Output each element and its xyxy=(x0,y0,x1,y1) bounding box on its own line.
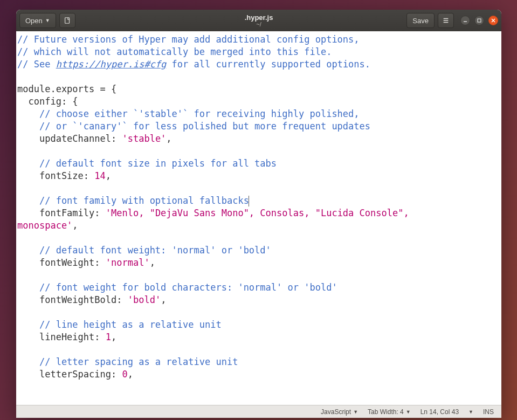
code-line: fontWeight: 'normal', xyxy=(17,257,155,268)
chevron-down-icon: ▼ xyxy=(406,409,411,415)
close-button[interactable] xyxy=(488,16,498,25)
code-line: monospace', xyxy=(17,220,78,231)
tabwidth-selector[interactable]: Tab Width: 4 ▼ xyxy=(368,408,411,416)
code-line: // Future versions of Hyper may add addi… xyxy=(17,34,360,45)
code-line: // font family with optional fallbacks xyxy=(17,195,249,206)
editor-window: Open ▼ .hyper.js ~/ Save // xyxy=(16,10,501,418)
code-line: // See https://hyper.is#cfg for all curr… xyxy=(17,59,370,70)
code-line: // letter spacing as a relative unit xyxy=(17,356,238,367)
window-controls xyxy=(460,16,498,25)
code-line: fontSize: 14, xyxy=(17,170,111,181)
code-line: // choose either `'stable'` for receivin… xyxy=(17,108,360,119)
code-line: module.exports = { xyxy=(17,84,116,94)
code-editor[interactable]: // Future versions of Hyper may add addi… xyxy=(16,31,501,405)
document-icon xyxy=(64,17,71,24)
save-button[interactable]: Save xyxy=(406,13,435,28)
open-button[interactable]: Open ▼ xyxy=(19,13,56,28)
code-line: // line height as a relative unit xyxy=(17,319,222,330)
code-line: config: { xyxy=(17,96,78,107)
svg-rect-5 xyxy=(478,19,481,22)
minimize-icon xyxy=(463,18,468,23)
open-label: Open xyxy=(25,17,43,25)
maximize-button[interactable] xyxy=(474,16,484,25)
code-line: // font weight for bold characters: 'nor… xyxy=(17,282,337,293)
maximize-icon xyxy=(477,18,482,23)
code-line: // default font weight: 'normal' or 'bol… xyxy=(17,245,271,256)
text-cursor xyxy=(249,196,249,206)
titlebar: Open ▼ .hyper.js ~/ Save xyxy=(16,10,501,31)
language-selector[interactable]: JavaScript ▼ xyxy=(321,408,358,416)
close-icon xyxy=(491,18,496,23)
insert-mode[interactable]: INS xyxy=(483,408,494,416)
code-line: letterSpacing: 0, xyxy=(17,369,133,380)
code-line: fontWeightBold: 'bold', xyxy=(17,294,166,305)
chevron-down-icon: ▼ xyxy=(45,18,50,23)
svg-rect-0 xyxy=(65,18,69,24)
code-line: lineHeight: 1, xyxy=(17,332,116,342)
new-document-button[interactable] xyxy=(59,13,75,28)
hamburger-menu-button[interactable] xyxy=(438,13,454,28)
statusbar: JavaScript ▼ Tab Width: 4 ▼ Ln 14, Col 4… xyxy=(16,405,501,418)
cursor-position[interactable]: Ln 14, Col 43 xyxy=(421,408,459,416)
code-line: updateChannel: 'stable', xyxy=(17,133,172,144)
chevron-down-icon[interactable]: ▼ xyxy=(468,409,473,415)
code-line: // default font size in pixels for all t… xyxy=(17,158,277,169)
minimize-button[interactable] xyxy=(460,16,470,25)
code-line: // which will not automatically be merge… xyxy=(17,46,332,57)
code-line: fontFamily: 'Menlo, "DejaVu Sans Mono", … xyxy=(17,208,415,218)
chevron-down-icon: ▼ xyxy=(353,409,358,415)
code-line: // or `'canary'` for less polished but m… xyxy=(17,121,370,132)
hamburger-icon xyxy=(442,17,450,24)
save-label: Save xyxy=(412,17,429,25)
